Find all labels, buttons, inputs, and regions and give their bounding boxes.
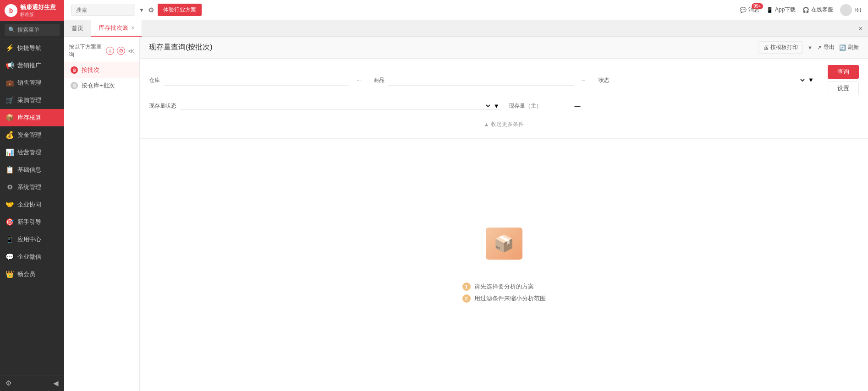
page-header: 现存量查询(按批次) 🖨 按模板打印 ▼ ↗ 导出 🔄 刷新: [140, 37, 868, 59]
operation-icon: 📊: [5, 148, 14, 157]
sidebar-item-system[interactable]: ⚙ 系统管理: [0, 179, 64, 196]
topbar: ▼ ⚙ 体验行业方案 💬 消息 99+ 📱 App下载 🎧 在线客服 Rit: [64, 0, 868, 20]
warehouse-more-button[interactable]: ···: [353, 76, 364, 85]
warehouse-batch-item-icon: ⚙: [71, 82, 78, 89]
user-avatar: [840, 4, 852, 16]
inventory-icon: 📦: [5, 114, 14, 122]
tabbar: 首页 库存批次账 × ×: [64, 20, 868, 37]
messages-badge: 99+: [752, 3, 763, 9]
content-area: 按以下方案查询 + ⚙ ≪ ⚙ 按批次 ⚙ 按仓库+批次 现存量查询(按批次): [64, 37, 868, 391]
username-label: Rit: [854, 7, 861, 13]
topbar-gear-button[interactable]: ⚙: [148, 6, 154, 14]
topbar-search-input[interactable]: [71, 5, 135, 16]
batch-item-label: 按批次: [82, 66, 99, 74]
left-panel-item-batch[interactable]: ⚙ 按批次: [64, 62, 139, 78]
sidebar-collapse-button[interactable]: ◀: [53, 379, 59, 387]
status-filter: 状态 ▼: [599, 76, 814, 84]
topbar-dropdown-button[interactable]: ▼: [139, 7, 144, 13]
warehouse-label: 仓库: [149, 76, 160, 84]
appstore-icon: 📱: [5, 235, 14, 244]
sidebar-settings-button[interactable]: ⚙: [5, 379, 11, 387]
query-button[interactable]: 查询: [828, 65, 859, 79]
sidebar-item-finance[interactable]: 💰 资金管理: [0, 126, 64, 144]
experience-button[interactable]: 体验行业方案: [158, 4, 202, 16]
right-content: 现存量查询(按批次) 🖨 按模板打印 ▼ ↗ 导出 🔄 刷新: [140, 37, 868, 391]
status-select[interactable]: [613, 76, 806, 84]
empty-illustration: [481, 228, 527, 273]
left-panel-title: 按以下方案查询: [69, 43, 106, 59]
basic-info-icon: 📋: [5, 166, 14, 174]
page-header-actions: 🖨 按模板打印 ▼ ↗ 导出 🔄 刷新: [758, 41, 859, 54]
print-dropdown-button[interactable]: ▼: [808, 45, 813, 50]
left-panel-collapse-button[interactable]: ≪: [128, 47, 135, 54]
sidebar-item-vip[interactable]: 👑 畅会员: [0, 266, 64, 283]
export-button[interactable]: ↗ 导出: [817, 43, 835, 51]
sidebar-item-shortcut[interactable]: ⚡ 快捷导航: [0, 39, 64, 57]
sidebar-item-newbie[interactable]: 🎯 新手引导: [0, 213, 64, 231]
sidebar-item-operation[interactable]: 📊 经营管理: [0, 144, 64, 161]
collapse-more-label: 收起更多条件: [491, 120, 524, 128]
sidebar: b 畅康通好生意 标准版 🔍 搜索菜单 ⚡ 快捷导航 📢 营销推广 💼 销售管理…: [0, 0, 64, 391]
online-service-label: 在线客服: [811, 6, 833, 14]
wechat-icon: 💬: [5, 253, 14, 261]
left-panel-item-warehouse-batch[interactable]: ⚙ 按仓库+批次: [64, 78, 139, 93]
warehouse-input[interactable]: [164, 75, 349, 86]
settings-button[interactable]: 设置: [828, 81, 859, 95]
marketing-label: 营销推广: [17, 61, 41, 70]
sales-icon: 💼: [5, 79, 14, 87]
tab-home-label: 首页: [71, 24, 83, 33]
warehouse-batch-item-label: 按仓库+批次: [82, 81, 115, 90]
tab-batch-inventory[interactable]: 库存批次账 ×: [91, 20, 142, 37]
system-label: 系统管理: [17, 183, 41, 191]
sidebar-item-wechat[interactable]: 💬 企业微信: [0, 248, 64, 266]
refresh-button[interactable]: 🔄 刷新: [839, 43, 859, 51]
inventory-qty-max-input[interactable]: [582, 101, 610, 111]
sidebar-item-enterprise[interactable]: 🤝 企业协同: [0, 196, 64, 213]
collapse-more-button[interactable]: ▲ 收起更多条件: [149, 117, 859, 132]
tab-panel-close-button[interactable]: ×: [853, 25, 868, 32]
tab-home[interactable]: 首页: [64, 21, 91, 36]
shortcut-label: 快捷导航: [17, 44, 41, 52]
messages-button[interactable]: 💬 消息 99+: [740, 6, 759, 14]
sidebar-header: b 畅康通好生意 标准版: [0, 0, 64, 21]
newbie-label: 新手引导: [17, 218, 41, 226]
goods-more-button[interactable]: ···: [577, 76, 589, 85]
sidebar-item-marketing[interactable]: 📢 营销推广: [0, 57, 64, 74]
sales-label: 销售管理: [17, 79, 41, 87]
app-download-button[interactable]: 📱 App下载: [766, 6, 796, 14]
tip-text-2: 用过滤条件来缩小分析范围: [474, 294, 546, 303]
topbar-left: ▼ ⚙ 体验行业方案: [71, 4, 735, 16]
sidebar-item-purchase[interactable]: 🛒 采购管理: [0, 92, 64, 109]
search-menu-button[interactable]: 🔍 搜索菜单: [5, 24, 60, 36]
sidebar-item-appstore[interactable]: 📱 应用中心: [0, 231, 64, 248]
filter-row-2: 现存量状态 ▼ 现存量（主） —: [149, 101, 859, 111]
wechat-label: 企业微信: [17, 253, 41, 261]
left-panel-settings-button[interactable]: ⚙: [117, 47, 125, 55]
goods-input[interactable]: [388, 75, 574, 86]
empty-tip-2: 2 用过滤条件来缩小分析范围: [462, 294, 546, 303]
left-panel-header: 按以下方案查询 + ⚙ ≪: [64, 41, 139, 62]
system-icon: ⚙: [5, 183, 14, 191]
search-menu-label: 搜索菜单: [17, 26, 39, 34]
inventory-qty-min-input[interactable]: [545, 101, 573, 111]
user-info[interactable]: Rit: [840, 4, 861, 16]
sidebar-footer: ⚙ ◀: [0, 375, 64, 391]
chevron-up-icon: ▲: [484, 121, 489, 128]
sidebar-item-basic-info[interactable]: 📋 基础信息: [0, 161, 64, 179]
sidebar-item-sales[interactable]: 💼 销售管理: [0, 74, 64, 92]
action-buttons: 查询 设置: [828, 65, 859, 95]
print-button[interactable]: 🖨 按模板打印: [758, 41, 803, 54]
tab-close-icon[interactable]: ×: [131, 25, 134, 31]
left-panel-add-button[interactable]: +: [106, 47, 114, 55]
batch-item-icon: ⚙: [71, 66, 78, 74]
inventory-status-select[interactable]: [180, 102, 492, 109]
filter-row-1: 仓库 ··· 商品 ··· 状态: [149, 65, 859, 95]
status-label: 状态: [599, 76, 610, 84]
empty-tip-1: 1 请先选择要分析的方案: [462, 282, 546, 291]
online-service-button[interactable]: 🎧 在线客服: [802, 6, 833, 14]
finance-label: 资金管理: [17, 131, 41, 139]
sidebar-item-inventory[interactable]: 📦 库存核算: [0, 109, 64, 126]
chevron-down-icon: ▼: [808, 76, 814, 83]
topbar-right: 💬 消息 99+ 📱 App下载 🎧 在线客服 Rit: [740, 4, 861, 16]
marketing-icon: 📢: [5, 61, 14, 70]
